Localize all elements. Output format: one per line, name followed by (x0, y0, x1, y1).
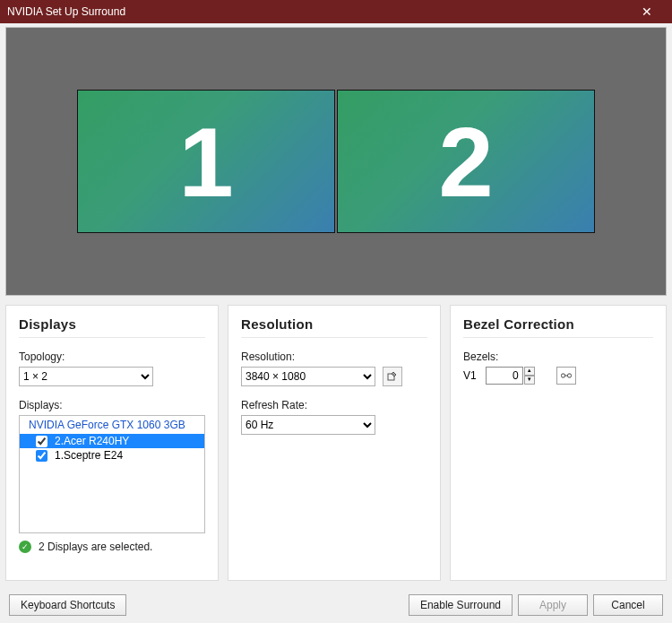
spinner-up-icon[interactable]: ▲ (524, 367, 535, 376)
bezels-label: Bezels: (463, 350, 653, 363)
display-checkbox[interactable] (36, 450, 47, 462)
display-preview: 1 2 (5, 27, 667, 296)
resolution-select[interactable]: 3840 × 1080 (241, 367, 375, 386)
svg-rect-2 (567, 374, 571, 377)
apply-button: Apply (518, 594, 588, 616)
topology-select[interactable]: 1 × 2 (19, 367, 153, 386)
close-icon[interactable]: ✕ (629, 0, 665, 23)
display-item-label: 2.Acer R240HY (55, 435, 129, 447)
monitor-number: 1 (178, 105, 233, 219)
display-item[interactable]: 2.Acer R240HY (20, 434, 204, 448)
bezel-v1-label: V1 (463, 369, 477, 382)
divider (463, 337, 653, 338)
resolution-label: Resolution: (241, 350, 427, 363)
displays-status: ✓ 2 Displays are selected. (19, 541, 205, 553)
titlebar: NVIDIA Set Up Surround ✕ (0, 0, 672, 23)
bezel-heading: Bezel Correction (463, 316, 653, 332)
check-icon: ✓ (19, 541, 31, 553)
refresh-rate-select[interactable]: 60 Hz (241, 415, 375, 435)
spinner-down-icon[interactable]: ▼ (524, 376, 535, 385)
cancel-button[interactable]: Cancel (593, 594, 663, 616)
displays-sublabel: Displays: (19, 399, 205, 411)
refresh-rate-label: Refresh Rate: (241, 399, 427, 411)
display-checkbox[interactable] (36, 436, 47, 447)
displays-listbox[interactable]: NVIDIA GeForce GTX 1060 3GB 2.Acer R240H… (19, 415, 205, 533)
resolution-heading: Resolution (241, 316, 427, 332)
enable-surround-button[interactable]: Enable Surround (409, 594, 513, 616)
link-bezels-icon[interactable] (556, 367, 576, 385)
svg-rect-1 (561, 374, 564, 377)
divider (19, 337, 205, 338)
monitor-1[interactable]: 1 (77, 90, 335, 233)
gpu-group-label: NVIDIA GeForce GTX 1060 3GB (20, 416, 204, 434)
displays-panel: Displays Topology: 1 × 2 Displays: NVIDI… (5, 305, 219, 581)
keyboard-shortcuts-button[interactable]: Keyboard Shortcuts (9, 594, 126, 616)
topology-label: Topology: (19, 350, 205, 363)
resolution-panel: Resolution Resolution: 3840 × 1080 Refre… (228, 305, 441, 581)
monitor-number: 2 (438, 105, 493, 219)
bezel-v1-input[interactable] (486, 367, 523, 385)
display-item-label: 1.Sceptre E24 (55, 449, 123, 462)
bezel-panel: Bezel Correction Bezels: V1 ▲ ▼ (450, 305, 667, 581)
footer: Keyboard Shortcuts Enable Surround Apply… (9, 594, 663, 616)
svg-rect-0 (388, 374, 394, 380)
divider (241, 337, 427, 338)
window-title: NVIDIA Set Up Surround (7, 5, 629, 18)
status-text: 2 Displays are selected. (39, 541, 152, 553)
monitor-2[interactable]: 2 (337, 90, 595, 233)
custom-resolution-icon[interactable] (383, 367, 402, 386)
display-item[interactable]: 1.Sceptre E24 (20, 448, 204, 463)
displays-heading: Displays (19, 316, 205, 332)
bezel-v1-spinner[interactable]: ▲ ▼ (486, 367, 535, 385)
